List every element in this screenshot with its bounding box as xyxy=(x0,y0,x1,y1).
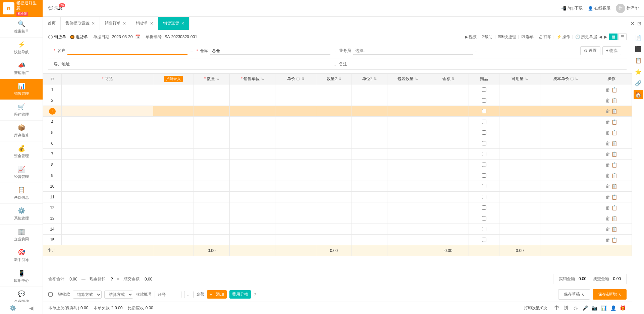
app-download-button[interactable]: 📲 App下载 xyxy=(561,5,583,11)
float-icon-home[interactable]: 🏠 xyxy=(634,90,643,99)
unit-price-cell-1[interactable] xyxy=(275,84,316,95)
pkg-qty-cell-3[interactable] xyxy=(387,106,428,117)
available-cell-2[interactable] xyxy=(499,95,540,106)
delete-btn-1[interactable]: 🗑 xyxy=(605,87,610,92)
gift-checkbox-1[interactable] xyxy=(482,87,486,92)
view-btn-grid[interactable]: ▦ xyxy=(609,34,618,40)
save-draft-button[interactable]: 保存草稿 ∧ xyxy=(558,289,590,300)
sidebar-item-basic[interactable]: 📋 基础信息 xyxy=(0,183,43,204)
sidebar-item-sales[interactable]: 📊 销售管理 xyxy=(0,79,43,100)
unit2-cell-3[interactable] xyxy=(352,106,387,117)
radio-return[interactable]: 退货单 xyxy=(70,34,88,40)
view-btn-list[interactable]: ☰ xyxy=(618,34,627,40)
copy-btn-2[interactable]: 📋 xyxy=(611,98,617,103)
sort-icon[interactable]: ⇅ xyxy=(216,77,219,81)
toolbar-icon-chart[interactable]: 📊 xyxy=(600,304,608,312)
salesperson-select-btn[interactable]: ... xyxy=(475,49,478,53)
th-settings[interactable]: ⚙ xyxy=(43,74,62,84)
accounting-select[interactable]: 结算方式 xyxy=(73,291,102,299)
unit-price-cell-3[interactable] xyxy=(275,106,316,117)
close-window-button[interactable]: ✕ xyxy=(631,21,635,26)
tab-sales-order[interactable]: 销售订单 ✕ xyxy=(100,17,131,30)
sort-icon8[interactable]: ⇅ xyxy=(525,77,528,81)
settings-icon[interactable]: ⚙ xyxy=(50,77,54,81)
address-select-btn[interactable]: ... xyxy=(332,62,336,67)
select-btn[interactable]: ☑ 选单 xyxy=(521,34,534,40)
calc-method-select[interactable]: 结算方式 xyxy=(104,291,133,299)
sidebar-item-search[interactable]: 🔍 搜索菜单 xyxy=(0,17,43,38)
quantity-cell-2[interactable] xyxy=(194,95,229,106)
sales-unit-cell-2[interactable] xyxy=(229,95,275,106)
tab-sales-order-close[interactable]: ✕ xyxy=(123,21,126,26)
payment-checkbox[interactable] xyxy=(48,292,53,297)
operate-btn[interactable]: ⚡ 操作 xyxy=(556,34,570,40)
product-cell-2[interactable] xyxy=(61,95,153,106)
tab-sales-return-close[interactable]: ✕ xyxy=(181,21,184,26)
tab-sales-return[interactable]: 销货退货 ✕ xyxy=(158,17,190,30)
delete-btn-3[interactable]: 🗑 xyxy=(605,109,610,114)
sort-icon7[interactable]: ⇅ xyxy=(451,77,454,81)
scan-btn[interactable]: 扫码录入 xyxy=(164,76,183,82)
radio-sale-input[interactable] xyxy=(48,35,53,39)
product-cell-3[interactable] xyxy=(61,106,153,117)
sort-icon6[interactable]: ⇅ xyxy=(415,77,418,81)
unit2-cell-1[interactable] xyxy=(352,84,387,95)
amount-cell-2[interactable] xyxy=(428,95,469,106)
user-profile[interactable]: 徐 徐泽华 xyxy=(616,4,639,13)
sort-icon4[interactable]: ⇅ xyxy=(338,77,341,81)
sort-icon2[interactable]: ⇅ xyxy=(261,77,264,81)
print-btn[interactable]: 🖨 打印 xyxy=(539,34,551,40)
chevron-down-icon2[interactable]: ∧ xyxy=(618,292,621,297)
history-btn[interactable]: 🕐 历史单据 xyxy=(575,34,597,40)
sales-unit-cell-1[interactable] xyxy=(229,84,275,95)
pkg-qty-cell-2[interactable] xyxy=(387,95,428,106)
amount-cell-1[interactable] xyxy=(428,84,469,95)
sales-unit-cell-3[interactable] xyxy=(229,106,275,117)
radio-sale[interactable]: 销货单 xyxy=(48,34,66,40)
quantity-cell-1[interactable] xyxy=(194,84,229,95)
sidebar-item-wechat[interactable]: 💬 企业微信 xyxy=(0,287,43,302)
chevron-down-icon[interactable]: ∧ xyxy=(581,292,584,297)
sidebar-item-appstore[interactable]: 📱 应用中心 xyxy=(0,266,43,287)
pkg-qty-cell-1[interactable] xyxy=(387,84,428,95)
prev-btn[interactable]: ◀ xyxy=(599,35,602,39)
cost-price-cell-3[interactable] xyxy=(540,106,591,117)
toolbar-icon-zh[interactable]: 中 xyxy=(553,304,561,312)
gift-checkbox-5[interactable] xyxy=(482,130,486,135)
float-icon-star[interactable]: ⭐ xyxy=(634,67,643,76)
copy-btn-3[interactable]: 📋 xyxy=(611,109,617,114)
save-new-button[interactable]: 保存&新增 ∧ xyxy=(593,289,627,300)
sidebar-item-operation[interactable]: 📈 经营管理 xyxy=(0,162,43,183)
qty2-cell-3[interactable] xyxy=(316,106,352,117)
note-input[interactable] xyxy=(349,60,621,68)
tab-price-settings[interactable]: 售价提取设置 ✕ xyxy=(61,17,100,30)
amount-cell-3[interactable] xyxy=(428,106,469,117)
setup-button[interactable]: ⚙ 设置 xyxy=(580,46,600,55)
account-dots-btn[interactable]: ... xyxy=(184,291,194,298)
message-badge[interactable]: 💬 消息 70 xyxy=(48,5,62,11)
next-btn[interactable]: ▶ xyxy=(604,35,607,39)
float-icon-clipboard[interactable]: 📋 xyxy=(634,56,643,65)
delete-btn-2[interactable]: 🗑 xyxy=(605,98,610,103)
copy-btn-4[interactable]: 📋 xyxy=(611,119,617,125)
float-icon-square[interactable]: ⬛ xyxy=(634,44,643,54)
help-btn[interactable]: ? 帮助 xyxy=(482,34,493,40)
sidebar-item-shortcut[interactable]: ⚡ 快捷导航 xyxy=(0,38,43,58)
toolbar-icon-user[interactable]: 👤 xyxy=(609,304,617,312)
quantity-cell-3[interactable] xyxy=(194,106,229,117)
available-cell-3[interactable] xyxy=(499,106,540,117)
copy-btn-1[interactable]: 📋 xyxy=(611,87,617,92)
online-service-button[interactable]: 👤 在线客服 xyxy=(588,5,610,11)
sidebar-item-guide[interactable]: 🎯 新手引导 xyxy=(0,245,43,266)
delete-btn-4[interactable]: 🗑 xyxy=(605,119,610,125)
warehouse-select-btn[interactable]: ... xyxy=(332,49,336,53)
sidebar-item-system[interactable]: ⚙️ 系统管理 xyxy=(0,204,43,225)
qty2-cell-1[interactable] xyxy=(316,84,352,95)
maximize-window-button[interactable]: ⊡ xyxy=(637,21,641,26)
product-input-3[interactable] xyxy=(64,109,151,114)
cost-price-cell-1[interactable] xyxy=(540,84,591,95)
salesperson-input[interactable] xyxy=(353,47,473,55)
float-icon-doc[interactable]: 📄 xyxy=(634,33,643,42)
address-input[interactable] xyxy=(72,60,330,68)
sidebar-item-inventory[interactable]: 📦 库存核算 xyxy=(0,121,43,141)
